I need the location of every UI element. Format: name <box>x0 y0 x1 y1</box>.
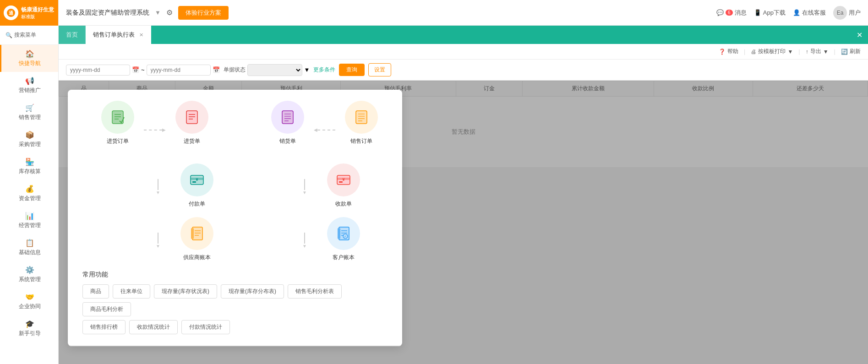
modal-overlay: 进货订单 ▶ <box>59 81 868 364</box>
tab-close-btn[interactable]: ✕ <box>139 32 143 38</box>
sidebar-item-newbie[interactable]: 🎓 新手引导 <box>0 315 58 342</box>
func-btn-goods-profit[interactable]: 商品毛利分析 <box>82 302 131 316</box>
func-btn-sales-profit[interactable]: 销售毛利分析表 <box>288 284 342 299</box>
flow-node-receipt[interactable]: ¥ 收款单 <box>316 163 371 208</box>
sidebar-item-label: 系统管理 <box>19 276 41 283</box>
func-btn-stock-dist[interactable]: 现存量(库存分布表) <box>221 284 284 299</box>
quick-nav-icon: 🏠 <box>25 49 34 58</box>
close-all-tabs-btn[interactable]: ✕ <box>851 26 868 44</box>
finance-icon: 💰 <box>25 185 34 193</box>
func-btn-goods[interactable]: 商品 <box>82 284 109 299</box>
common-btn-grid: 商品 往来单位 现存量(库存状况表) 现存量(库存分布表) 销售毛利分析表 商品… <box>82 284 388 316</box>
message-btn[interactable]: 💬 6 消息 <box>716 9 747 17</box>
sidebar-item-label: 资金管理 <box>19 195 41 202</box>
more-conditions-link[interactable]: 更多条件 <box>313 66 335 74</box>
flow-node-sales-order[interactable]: 销售订单 <box>335 101 388 145</box>
print-dropdown-icon: ▼ <box>787 49 793 55</box>
sidebar-item-marketing[interactable]: 📢 营销推广 <box>0 72 58 99</box>
modal-body: 进货订单 ▶ <box>68 90 402 345</box>
sidebar-item-operation[interactable]: 📊 经营管理 <box>0 207 58 234</box>
receipt-label: 收款单 <box>335 200 352 208</box>
sidebar-item-purchase[interactable]: 📦 采购管理 <box>0 126 58 153</box>
sidebar-item-quick-nav[interactable]: 🏠 快捷导航 <box>0 45 58 72</box>
template-print-btn[interactable]: 🖨 按模板打印 ▼ <box>751 48 793 55</box>
settings-icon[interactable]: ⚙ <box>166 8 173 17</box>
func-btn-payment-stats[interactable]: 付款情况统计 <box>181 320 230 334</box>
sidebar-item-sales[interactable]: 🛒 销售管理 <box>0 99 58 126</box>
svg-rect-29 <box>191 228 194 239</box>
enterprise-icon: 🤝 <box>25 293 34 301</box>
sidebar-item-inventory[interactable]: 🏪 库存核算 <box>0 153 58 180</box>
export-btn[interactable]: ↑ 导出 ▼ <box>806 48 829 55</box>
supplier-ledger-label: 供应商账本 <box>183 254 211 261</box>
template-print-label: 按模板打印 <box>758 48 786 55</box>
modal-scrollbar[interactable]: ◀ ▶ <box>68 345 402 346</box>
tab-home-label: 首页 <box>66 31 78 39</box>
sidebar-search[interactable]: 🔍 搜索菜单 <box>0 26 58 45</box>
flow-node-payment[interactable]: ¥ 付款单 <box>169 163 224 208</box>
tab-home[interactable]: 首页 <box>59 26 86 44</box>
tab-sales-order-exec[interactable]: 销售订单执行表 ✕ <box>86 26 151 44</box>
search-menu-btn[interactable]: 🔍 搜索菜单 <box>4 29 55 41</box>
sidebar-item-finance[interactable]: 💰 资金管理 <box>0 180 58 207</box>
help-btn[interactable]: ❓ 帮助 <box>719 48 738 55</box>
status-field: 单据状态 ▼ <box>224 64 310 76</box>
newbie-icon: 🎓 <box>25 320 34 328</box>
export-dropdown-icon: ▼ <box>823 49 829 55</box>
more-conditions-label: 更多条件 <box>313 66 335 74</box>
app-download-btn[interactable]: 📱 App下载 <box>754 9 786 17</box>
svg-rect-15 <box>356 111 367 124</box>
date-separator: ~ <box>141 66 145 73</box>
refresh-btn[interactable]: 🔄 刷新 <box>841 48 861 55</box>
sidebar-item-label: 企业协同 <box>19 303 41 310</box>
avatar-text: Ea <box>837 10 844 16</box>
online-service-label: 在线客服 <box>802 9 826 17</box>
date-end-input[interactable] <box>147 65 211 76</box>
try-btn[interactable]: 体验行业方案 <box>178 6 229 20</box>
func-btn-partner[interactable]: 往来单位 <box>113 284 150 299</box>
purchase-icon: 📦 <box>25 130 34 139</box>
date-start-input[interactable] <box>66 65 130 76</box>
svg-text:✓: ✓ <box>344 235 347 238</box>
status-label: 单据状态 <box>224 66 246 74</box>
func-btn-receipt-stats[interactable]: 收款情况统计 <box>129 320 178 334</box>
header-right: 💬 6 消息 📱 App下载 👤 在线客服 Ea 用户 <box>716 6 861 20</box>
flow-node-customer-ledger[interactable]: ✓ 客户账本 <box>316 217 371 261</box>
username-label: 用户 <box>849 9 861 17</box>
query-btn[interactable]: 查询 <box>339 64 365 76</box>
dropdown-icon[interactable]: ▼ <box>155 9 161 16</box>
sidebar-item-label: 快捷导航 <box>19 60 41 67</box>
app-version: 标准版 <box>21 14 54 20</box>
help-icon: ❓ <box>719 49 726 55</box>
search-menu-label: 搜索菜单 <box>14 31 36 39</box>
tab-spacer <box>151 26 851 44</box>
sidebar-item-enterprise[interactable]: 🤝 企业协同 <box>0 288 58 315</box>
toolbar: ❓ 帮助 | 🖨 按模板打印 ▼ | ↑ 导出 ▼ | 🔄 <box>59 44 868 60</box>
sidebar-item-label: 经营管理 <box>19 222 41 229</box>
flow-node-purchase-bill[interactable]: 进货单 <box>166 101 218 145</box>
customer-ledger-icon: ✓ <box>327 217 360 250</box>
sales-bill-icon <box>271 101 304 134</box>
svg-text:通: 通 <box>9 11 14 16</box>
status-select[interactable] <box>247 64 302 76</box>
sales-order-icon <box>345 101 378 134</box>
sidebar-item-label: 新手引导 <box>19 330 41 337</box>
settings-btn[interactable]: 设置 <box>368 63 391 76</box>
func-btn-stock-status[interactable]: 现存量(库存状况表) <box>154 284 217 299</box>
calendar-icon2: 📅 <box>213 66 220 73</box>
flow-node-sales-bill[interactable]: 销货单 <box>262 101 314 145</box>
customer-ledger-label: 客户账本 <box>333 254 355 261</box>
flow-node-purchase-order[interactable]: 进货订单 <box>92 101 144 145</box>
svg-rect-10 <box>282 111 293 124</box>
online-service-btn[interactable]: 👤 在线客服 <box>793 9 826 17</box>
svg-rect-34 <box>338 228 340 239</box>
select-arrow: ▼ <box>304 66 310 73</box>
sidebar-item-system[interactable]: ⚙️ 系统管理 <box>0 261 58 288</box>
func-btn-sales-rank[interactable]: 销售排行榜 <box>82 320 126 334</box>
flow-node-supplier-ledger[interactable]: 供应商账本 <box>169 217 224 261</box>
sidebar-item-basic[interactable]: 📋 基础信息 <box>0 234 58 261</box>
app-logo: 通 畅康通好生意 标准版 <box>0 0 58 26</box>
content-area: 品 商品 金额 预估毛利 预估毛利率 订金 累计收款金额 收款比例 还差多少天 <box>59 81 868 364</box>
svg-rect-28 <box>192 227 202 240</box>
user-menu[interactable]: Ea 用户 <box>833 6 861 20</box>
